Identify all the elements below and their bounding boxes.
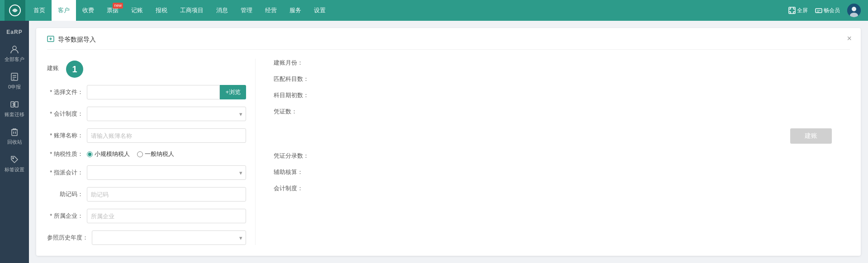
accounting-system-select[interactable] xyxy=(87,107,246,121)
nav-item-business[interactable]: 工商项目 xyxy=(174,0,210,21)
ledger-name-label: * 账簿名称： xyxy=(47,132,83,140)
sidebar: EaRP 全部客户 0申报 账套迁移 回收站 xyxy=(0,21,29,263)
history-year-select[interactable] xyxy=(92,230,246,245)
svg-point-16 xyxy=(13,158,14,159)
nav-items: 首页 客户 收费 票据 new 记账 报税 工商项目 消息 管理 经营 服务 设… xyxy=(27,0,788,21)
close-button[interactable]: × xyxy=(847,34,852,42)
voucher-count-row: 凭证数： xyxy=(274,108,850,116)
accounting-system-label: * 会计制度： xyxy=(47,110,83,118)
svg-point-4 xyxy=(852,7,856,11)
card-header: 导爷数据导入 xyxy=(47,35,850,50)
right-accounting-system-row: 会计制度： xyxy=(274,184,850,193)
form-right: 建账月份： 匹配科目数： 科目期初数： 凭证数： 建账 xyxy=(255,59,850,245)
tax-type-row: * 纳税性质： 小规模纳税人 一般纳税人 xyxy=(47,150,246,158)
auxiliary-row: 辅助核算： xyxy=(274,168,850,176)
user-avatar[interactable] xyxy=(847,4,861,17)
memo-label: 助记码： xyxy=(47,190,83,198)
nav-item-ticket[interactable]: 票据 new xyxy=(100,0,125,21)
memo-row: 助记码： xyxy=(47,187,246,202)
file-row: * 选择文件： +浏览 xyxy=(47,85,246,99)
sidebar-item-zero-report[interactable]: 0申报 xyxy=(0,68,29,94)
import-icon xyxy=(47,35,54,44)
nav-item-home[interactable]: 首页 xyxy=(27,0,52,21)
tax-type-radio-group: 小规模纳税人 一般纳税人 xyxy=(87,150,246,158)
earp-logo: EaRP xyxy=(0,25,29,39)
vip-button[interactable]: 畅会员 xyxy=(815,7,840,14)
file-input[interactable] xyxy=(87,85,220,99)
card-title: 导爷数据导入 xyxy=(58,36,96,44)
svg-point-6 xyxy=(13,46,16,50)
accountant-row: * 指派会计： ▾ xyxy=(47,165,246,180)
main-content: 导爷数据导入 × 建账 1 * 选择文件： xyxy=(29,21,868,263)
sidebar-item-tag-settings[interactable]: 标签设置 xyxy=(0,151,29,177)
company-input[interactable] xyxy=(87,209,246,223)
ledger-name-input[interactable] xyxy=(87,128,246,143)
form-body: 建账 1 * 选择文件： +浏览 * 会计制度 xyxy=(47,59,850,245)
history-year-label: 参照历史年度： xyxy=(47,234,88,242)
company-row: * 所属企业： xyxy=(47,209,246,223)
step-label: 建账 xyxy=(47,64,59,72)
nav-right: 全屏 畅会员 xyxy=(788,4,861,17)
voucher-entries-label: 凭证分录数： xyxy=(274,152,314,160)
import-card: 导爷数据导入 × 建账 1 * 选择文件： xyxy=(36,28,861,256)
right-accounting-system-label: 会计制度： xyxy=(274,184,314,193)
auxiliary-label: 辅助核算： xyxy=(274,168,314,176)
nav-item-service[interactable]: 服务 xyxy=(283,0,308,21)
match-account-label: 匹配科目数： xyxy=(274,75,314,83)
initial-balance-row: 科目期初数： xyxy=(274,91,850,99)
form-left: 建账 1 * 选择文件： +浏览 * 会计制度 xyxy=(47,59,246,245)
nav-item-bookkeeping[interactable]: 记账 xyxy=(125,0,149,21)
file-input-group: +浏览 xyxy=(87,85,246,99)
nav-item-settings[interactable]: 设置 xyxy=(308,0,332,21)
build-month-row: 建账月份： xyxy=(274,59,850,67)
accounting-system-select-wrap: ▾ xyxy=(87,107,246,121)
svg-rect-12 xyxy=(15,102,18,107)
nav-item-manage[interactable]: 管理 xyxy=(234,0,259,21)
accounting-system-row: * 会计制度： ▾ xyxy=(47,107,246,121)
browse-button[interactable]: +浏览 xyxy=(220,85,246,99)
tax-small-radio[interactable]: 小规模纳税人 xyxy=(87,150,130,158)
logo[interactable] xyxy=(5,0,25,21)
nav-item-operation[interactable]: 经营 xyxy=(259,0,283,21)
memo-input[interactable] xyxy=(87,187,246,202)
svg-rect-1 xyxy=(789,7,795,14)
form-grid: * 选择文件： +浏览 * 会计制度： ▾ xyxy=(47,85,246,245)
initial-balance-label: 科目期初数： xyxy=(274,91,314,99)
history-year-select-wrap: ▾ xyxy=(92,230,246,245)
step-section: 建账 1 xyxy=(47,59,246,85)
voucher-entries-row: 凭证分录数： xyxy=(274,152,850,160)
history-year-row: 参照历史年度： ▾ xyxy=(47,230,246,245)
build-btn-row: 建账 xyxy=(274,124,850,144)
match-account-row: 匹配科目数： xyxy=(274,75,850,83)
accountant-select[interactable] xyxy=(87,165,246,180)
new-badge: new xyxy=(113,3,123,9)
nav-item-message[interactable]: 消息 xyxy=(210,0,234,21)
nav-item-customer[interactable]: 客户 xyxy=(52,0,76,21)
nav-item-tax[interactable]: 报税 xyxy=(149,0,174,21)
step-badge: 1 xyxy=(66,61,83,78)
ledger-name-row: * 账簿名称： xyxy=(47,128,246,143)
accountant-select-wrap: ▾ xyxy=(87,165,246,180)
company-label: * 所属企业： xyxy=(47,212,83,220)
build-month-label: 建账月份： xyxy=(274,59,314,67)
fullscreen-button[interactable]: 全屏 xyxy=(788,7,808,14)
nav-item-fee[interactable]: 收费 xyxy=(76,0,100,21)
build-account-button[interactable]: 建账 xyxy=(790,128,832,144)
tax-general-radio[interactable]: 一般纳税人 xyxy=(137,150,174,158)
sidebar-item-transfer[interactable]: 账套迁移 xyxy=(0,96,29,122)
sidebar-item-recycle[interactable]: 回收站 xyxy=(0,123,29,149)
svg-rect-13 xyxy=(12,130,17,136)
sidebar-item-all-customers[interactable]: 全部客户 xyxy=(0,41,29,66)
tax-type-label: * 纳税性质： xyxy=(47,150,83,158)
accountant-label: * 指派会计： xyxy=(47,169,83,177)
top-nav: 首页 客户 收费 票据 new 记账 报税 工商项目 消息 管理 经营 服务 设… xyxy=(0,0,868,21)
voucher-count-label: 凭证数： xyxy=(274,108,314,116)
file-label: * 选择文件： xyxy=(47,88,83,96)
